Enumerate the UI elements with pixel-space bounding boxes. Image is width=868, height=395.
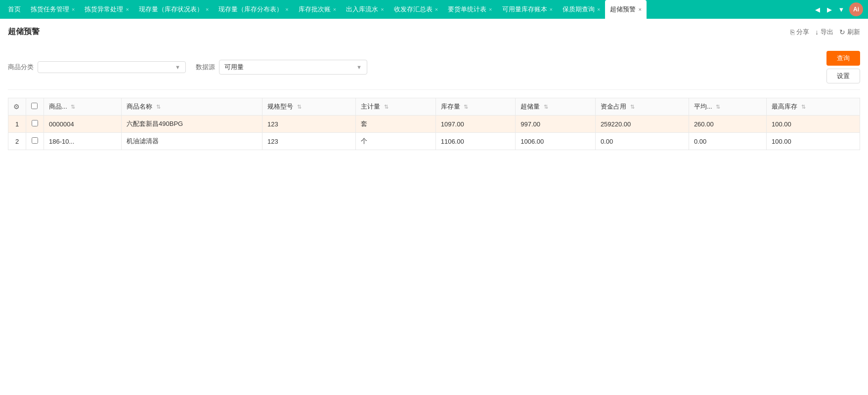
th-unit-label: 主计量 <box>361 103 380 110</box>
nav-item-label-6: 出入库流水 <box>346 5 378 14</box>
nav-item-label-0: 首页 <box>8 5 21 14</box>
th-stock[interactable]: 库存量 ⇅ <box>435 98 516 116</box>
filter-buttons: 查询 设置 <box>826 51 860 83</box>
refresh-icon: ↻ <box>839 28 845 36</box>
nav-item-3[interactable]: 现存量（库存状况表）× <box>134 0 214 19</box>
row-num-1: 2 <box>8 133 26 150</box>
th-spec[interactable]: 规格型号 ⇅ <box>262 98 356 116</box>
row-capital-1: 0.00 <box>595 133 689 150</box>
nav-item-close-1[interactable]: × <box>72 6 75 12</box>
th-code[interactable]: 商品... ⇅ <box>44 98 122 116</box>
th-maxstock[interactable]: 最高库存 ⇅ <box>766 98 860 116</box>
avatar[interactable]: Ai <box>849 2 863 16</box>
row-unit-0: 套 <box>356 116 436 133</box>
share-button[interactable]: ⎘ 分享 <box>790 28 809 37</box>
nav-item-close-3[interactable]: × <box>206 6 209 12</box>
nav-item-label-11: 超储预警 <box>610 5 636 14</box>
nav-more-arrow[interactable]: ▼ <box>835 0 847 19</box>
nav-item-9[interactable]: 可用量库存账本× <box>497 0 558 19</box>
th-capital[interactable]: 资金占用 ⇅ <box>595 98 689 116</box>
row-code-1: 186-10... <box>44 133 122 150</box>
query-button[interactable]: 查询 <box>826 51 860 66</box>
refresh-button[interactable]: ↻ 刷新 <box>839 28 860 37</box>
nav-item-label-1: 拣货任务管理 <box>31 5 69 14</box>
th-settings: ⚙ <box>8 98 26 116</box>
table-gear-icon[interactable]: ⚙ <box>13 103 20 111</box>
nav-item-4[interactable]: 现存量（库存分布表）× <box>214 0 293 19</box>
export-label: 导出 <box>821 28 833 37</box>
nav-prev-arrow[interactable]: ◀ <box>812 0 824 19</box>
nav-item-label-9: 可用量库存账本 <box>502 5 547 14</box>
th-spec-label: 规格型号 <box>267 103 293 110</box>
nav-item-close-9[interactable]: × <box>550 6 553 12</box>
nav-item-6[interactable]: 出入库流水× <box>341 0 389 19</box>
refresh-label: 刷新 <box>847 28 860 37</box>
row-avg-1: 0.00 <box>689 133 766 150</box>
export-button[interactable]: ↓ 导出 <box>815 28 833 37</box>
row-checkbox-1[interactable] <box>32 137 38 144</box>
row-checkbox-cell-1[interactable] <box>26 133 44 150</box>
datasource-label: 数据源 <box>196 63 215 72</box>
th-maxstock-label: 最高库存 <box>772 103 797 110</box>
settings-button[interactable]: 设置 <box>826 69 860 83</box>
th-overstock[interactable]: 超储量 ⇅ <box>516 98 596 116</box>
row-stock-0: 1097.00 <box>435 116 516 133</box>
row-overstock-1: 1006.00 <box>516 133 596 150</box>
nav-item-2[interactable]: 拣货异常处理× <box>80 0 133 19</box>
th-capital-label: 资金占用 <box>601 103 626 110</box>
th-name[interactable]: 商品名称 ⇅ <box>122 98 262 116</box>
nav-item-5[interactable]: 库存批次账× <box>294 0 341 19</box>
datasource-select[interactable]: 可用量 ▼ <box>219 60 367 75</box>
nav-item-1[interactable]: 拣货任务管理× <box>26 0 80 19</box>
datasource-value: 可用量 <box>224 63 244 72</box>
share-icon: ⎘ <box>790 28 794 36</box>
row-num-0: 1 <box>8 116 26 133</box>
nav-item-label-3: 现存量（库存状况表） <box>139 5 203 14</box>
sort-code-icon: ⇅ <box>71 104 75 110</box>
nav-item-10[interactable]: 保质期查询× <box>558 0 605 19</box>
category-arrow-icon: ▼ <box>175 64 180 70</box>
nav-item-11[interactable]: 超储预警× <box>605 0 646 19</box>
row-maxstock-1: 100.00 <box>766 133 860 150</box>
row-checkbox-cell-0[interactable] <box>26 116 44 133</box>
th-name-label: 商品名称 <box>127 103 152 110</box>
row-capital-0: 259220.00 <box>595 116 689 133</box>
table-row: 2 186-10... 机油滤清器 123 个 1106.00 1006.00 … <box>8 133 860 150</box>
nav-item-0[interactable]: 首页 <box>3 0 26 19</box>
sort-capital-icon: ⇅ <box>630 104 635 110</box>
category-select[interactable]: ▼ <box>38 61 186 73</box>
nav-item-close-8[interactable]: × <box>489 6 492 12</box>
nav-item-close-10[interactable]: × <box>597 6 600 12</box>
sort-stock-icon: ⇅ <box>464 104 468 110</box>
sort-spec-icon: ⇅ <box>297 104 302 110</box>
row-code-0: 0000004 <box>44 116 122 133</box>
nav-item-close-6[interactable]: × <box>381 6 384 12</box>
th-avg-label: 平均... <box>694 103 712 110</box>
th-avg[interactable]: 平均... ⇅ <box>689 98 766 116</box>
nav-item-close-5[interactable]: × <box>333 6 336 12</box>
header-actions: ⎘ 分享 ↓ 导出 ↻ 刷新 <box>790 28 860 37</box>
nav-item-7[interactable]: 收发存汇总表× <box>389 0 443 19</box>
nav-item-label-8: 要货单统计表 <box>448 5 486 14</box>
share-label: 分享 <box>796 28 809 37</box>
select-all-checkbox[interactable] <box>31 103 38 109</box>
row-checkbox-0[interactable] <box>32 120 38 126</box>
nav-item-close-11[interactable]: × <box>638 6 641 12</box>
nav-item-label-2: 拣货异常处理 <box>85 5 123 14</box>
top-nav: 首页拣货任务管理×拣货异常处理×现存量（库存状况表）×现存量（库存分布表）×库存… <box>0 0 868 19</box>
sort-avg-icon: ⇅ <box>716 104 720 110</box>
row-spec-0: 123 <box>262 116 356 133</box>
th-checkbox[interactable] <box>26 98 44 116</box>
nav-item-close-2[interactable]: × <box>126 6 129 12</box>
nav-next-arrow[interactable]: ▶ <box>824 0 835 19</box>
nav-item-label-5: 库存批次账 <box>299 5 331 14</box>
nav-item-close-7[interactable]: × <box>435 6 438 12</box>
row-spec-1: 123 <box>262 133 356 150</box>
sort-maxstock-icon: ⇅ <box>801 104 806 110</box>
th-stock-label: 库存量 <box>441 103 460 110</box>
row-name-0: 六配套新昌490BPG <box>122 116 262 133</box>
nav-item-close-4[interactable]: × <box>285 6 288 12</box>
nav-item-8[interactable]: 要货单统计表× <box>443 0 497 19</box>
th-unit[interactable]: 主计量 ⇅ <box>356 98 436 116</box>
row-avg-0: 260.00 <box>689 116 766 133</box>
